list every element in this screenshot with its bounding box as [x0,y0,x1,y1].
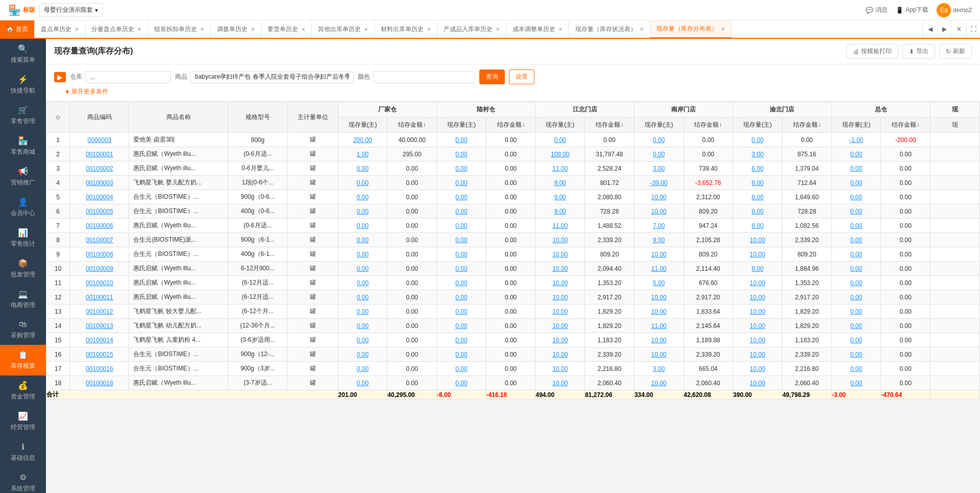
th-name: 商品名称 [129,102,228,133]
nav-arrows: ◀ ▶ ✕ ⛶ [923,20,980,38]
sidebar-label-wholesale: 批发管理 [11,270,35,279]
table-row: 800100007合生元(BIOSTIME)派...900g（6-1...罐0.… [46,233,980,247]
table-row: 700100006惠氏启赋（Wyeth illu...(0-6月适...罐0.0… [46,219,980,233]
refresh-button[interactable]: ↻ 刷新 [939,44,972,59]
table-row: 1400100013飞鹤星飞帆 幼儿配方奶...(12-36个月...罐0.00… [46,319,980,333]
sidebar-item-purchase[interactable]: 🛍 采购管理 [0,315,46,345]
close-icon[interactable]: ✕ [200,27,204,32]
tab-4[interactable]: 调拨单历史 ✕ [211,20,261,38]
top-bar-left: 🏪 标版 母婴行业演示陈套 ▾ [8,3,103,17]
table-row: 10000003爱他美 卤蛋3段900g罐200.0040,000.000.00… [46,133,980,147]
close-icon[interactable]: ✕ [640,27,644,32]
marketing-icon: 📢 [18,167,28,176]
th-group-lucun: 陆村仓 [437,102,535,118]
th-factory-qty: 现存量(主) [338,118,387,133]
tab-7[interactable]: 材料出库单历史 ✕ [375,20,437,38]
app-download-item[interactable]: 📱 App下载 [896,6,928,14]
tab-5[interactable]: 要货单历史 ✕ [261,20,312,38]
tab-2[interactable]: 分量盘点单历史 ✕ [85,20,148,38]
nav-next-arrow[interactable]: ▶ [937,20,951,38]
sidebar-item-retail-shop[interactable]: 🏪 零售商城 [0,131,46,161]
filter-area: ▶ 仓库 商品 颜色 查询 设置 [46,64,980,102]
sidebar-label-stats: 零售统计 [11,240,35,248]
message-item[interactable]: 💬 消息 [866,6,888,14]
product-name: 合生元（BIOSTIME）... [129,204,228,219]
th-yubei-qty: 现存量(主) [733,118,782,133]
org-selector[interactable]: 母婴行业演示陈套 ▾ [39,3,103,17]
tab-11[interactable]: 现存量（库存分布表） ✕ [650,20,731,38]
tab-8[interactable]: 产成品入库单历史 ✕ [437,20,506,38]
sidebar-label-ops: 经营管理 [11,423,35,432]
color-input[interactable] [373,71,475,83]
sidebar-item-stats[interactable]: 📊 零售统计 [0,223,46,253]
nav-prev-arrow[interactable]: ◀ [923,20,937,38]
print-button[interactable]: 🖨 按模板打印 [846,44,898,59]
close-icon[interactable]: ✕ [427,27,431,32]
content-area: 现存量查询(库存分布) 🖨 按模板打印 ⬇ 导出 ↻ 刷新 ▶ [46,39,980,493]
product-name: 合生元(BIOSTIME)派... [129,233,228,247]
ops-icon: 📈 [18,411,28,421]
table-footer: 合计201.0040,295.00-8.00-416.16494.0081,27… [46,390,980,400]
nav-expand-icon[interactable]: ⛶ [966,20,980,38]
tab-3[interactable]: 组装拆卸单历史 ✕ [148,20,211,38]
query-button[interactable]: 查询 [479,69,505,84]
table-row: 300100002惠氏启赋（Wyeth illu...0-6月婴儿...罐0.0… [46,161,980,176]
close-icon[interactable]: ✕ [137,27,141,32]
sidebar-item-inventory[interactable]: 📋 库存核算 [0,345,46,375]
collapse-arrow[interactable]: ▶ [54,72,66,82]
sidebar-item-finance[interactable]: 💰 资金管理 [0,375,46,406]
product-name: 合生元（BIOSTIME）... [129,190,228,204]
sidebar-item-wholesale[interactable]: 📦 批发管理 [0,253,46,284]
export-button[interactable]: ⬇ 导出 [902,44,935,59]
sidebar-item-search[interactable]: 🔍 搜索英单 [0,39,46,69]
warehouse-input[interactable] [85,71,171,83]
tab-1[interactable]: 盘点单历史 ✕ [35,20,85,38]
sidebar-item-basic[interactable]: ℹ 基础信息 [0,437,46,467]
purchase-icon: 🛍 [19,320,27,329]
tab-6[interactable]: 其他出库单历史 ✕ [312,20,375,38]
th-lucun-amt: 结存金额ℹ [486,118,535,133]
top-bar-right: 💬 消息 📱 App下载 Ea demo2 [866,3,972,17]
basic-icon: ℹ [21,442,24,452]
th-total-qty: 现存量(主) [831,118,881,133]
user-item[interactable]: Ea demo2 [937,3,972,17]
sidebar-item-member[interactable]: 👤 会员中心 [0,192,46,223]
sidebar-item-system[interactable]: ⚙ 系统管理 [0,467,46,493]
close-icon[interactable]: ✕ [301,27,305,32]
refresh-icon: ↻ [946,48,951,55]
close-icon[interactable]: ✕ [364,27,368,32]
ecom-icon: 💻 [18,289,28,299]
settings-gear-icon[interactable]: ⚙ [55,114,61,121]
sidebar-item-ops[interactable]: 📈 经营管理 [0,406,46,437]
sidebar-label-ecom: 电商管理 [11,301,35,310]
sidebar-item-marketing[interactable]: 📢 营销推广 [0,161,46,192]
th-total-amt: 结存金额ℹ [881,118,930,133]
close-icon[interactable]: ✕ [496,27,500,32]
retail-icon: 🛒 [18,105,28,115]
sidebar-item-ecom[interactable]: 💻 电商管理 [0,284,46,315]
product-name: 惠氏启赋（Wyeth illu... [129,219,228,233]
close-icon[interactable]: ✕ [251,27,255,32]
table-row: 1000100009惠氏启赋（Wyeth illu...6-12月900...罐… [46,262,980,276]
tab-9[interactable]: 成本调整单历史 ✕ [506,20,569,38]
expand-conditions-button[interactable]: ▼ 展开更多条件 [64,87,972,96]
expand-row: ▼ 展开更多条件 [54,87,972,96]
inventory-icon: 📋 [18,350,28,360]
close-icon[interactable]: ✕ [75,27,79,32]
close-icon[interactable]: ✕ [558,27,562,32]
th-spec: 规格型号 [228,102,287,133]
sidebar-label-inventory: 库存核算 [11,362,35,370]
sidebar-item-nav[interactable]: ⚡ 快捷导航 [0,69,46,100]
expand-icon: ▼ [64,88,70,96]
tab-home[interactable]: 🏠 首页 [0,20,35,38]
close-icon[interactable]: ✕ [721,26,725,32]
nav-close-icon[interactable]: ✕ [951,20,966,38]
tab-10[interactable]: 现存量（库存状况表） ✕ [569,20,650,38]
settings-button[interactable]: 设置 [509,69,534,84]
sidebar-item-retail-mgmt[interactable]: 🛒 零售管理 [0,100,46,131]
product-name: 惠氏启赋（Wyeth illu... [129,147,228,161]
product-input[interactable] [190,71,354,83]
product-name: 惠氏启赋（Wyeth illu... [129,290,228,304]
sidebar-label-basic: 基础信息 [11,454,35,462]
printer-icon: 🖨 [853,48,859,55]
